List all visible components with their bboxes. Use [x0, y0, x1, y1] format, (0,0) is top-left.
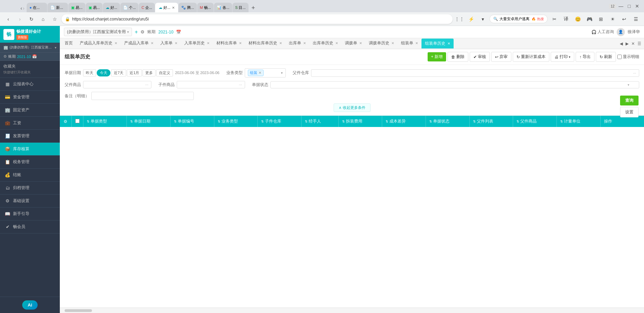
emoji-btn[interactable]: 😊	[573, 14, 582, 24]
browser-tab-1[interactable]: ●在...	[27, 3, 47, 12]
sidebar-item-tax[interactable]: 📋 税务管理	[0, 156, 60, 169]
nav-refresh[interactable]: ↻	[27, 14, 36, 24]
close-out-hist[interactable]: ✕	[335, 41, 338, 45]
export-btn[interactable]: ↑ 导出	[576, 52, 594, 62]
close-mat-out[interactable]: ✕	[239, 41, 242, 45]
order-status-select[interactable]: ▾	[270, 81, 639, 88]
th-order-type[interactable]: ⇅单据类型	[83, 116, 127, 127]
sidebar-item-member[interactable]: ✔ 畅会员	[0, 220, 60, 233]
browser-tab-12[interactable]: S目...	[232, 3, 249, 12]
sidebar-item-settings[interactable]: ⚙ 基础设置	[0, 195, 60, 208]
tab-out[interactable]: 出库单 ✕	[285, 38, 309, 49]
tab-close-all-btn[interactable]: ✕	[630, 40, 636, 47]
close-group-hist[interactable]: ✕	[447, 42, 450, 45]
child-goods-more[interactable]: ···	[239, 83, 242, 87]
delete-btn[interactable]: 🗑 删除	[447, 52, 468, 62]
ai-button-area[interactable]: Ai	[0, 297, 60, 313]
close-mat-out-hist[interactable]: ✕	[279, 41, 282, 45]
period-display[interactable]: ⚙ 账期 2021-10 📅	[0, 53, 60, 61]
th-unit[interactable]: ⇅计量单位	[557, 116, 601, 127]
parent-goods-input[interactable]: ···	[83, 81, 151, 88]
sidebar-item-invoice[interactable]: 🧾 发票管理	[0, 130, 60, 143]
browser-tab-5[interactable]: ☁好...	[103, 3, 120, 12]
browser-tab-4[interactable]: ▣易...	[86, 3, 103, 12]
calendar-top-icon[interactable]: 📅	[176, 30, 181, 34]
refresh-btn[interactable]: ↻ 刷新	[596, 52, 616, 62]
close-assemble[interactable]: ✕	[359, 41, 362, 45]
forward-btn[interactable]: ›	[23, 5, 25, 11]
th-order-date[interactable]: ⇅单据日期	[127, 116, 171, 127]
add-company-btn[interactable]: +	[135, 29, 138, 35]
date-today[interactable]: 今天	[97, 69, 110, 76]
biz-type-input[interactable]: 组装 ✕ ▾	[245, 68, 286, 77]
parent-goods-more[interactable]: ···	[145, 83, 148, 87]
sidebar-item-guide[interactable]: 📖 新手引导	[0, 208, 60, 220]
recalc-btn[interactable]: ↻ 重新计算成本	[513, 52, 549, 62]
sidebar-item-cloud-report[interactable]: ▦ 云报表中心	[0, 78, 60, 91]
close-out[interactable]: ✕	[303, 41, 306, 45]
date-more[interactable]: 更多	[143, 69, 156, 76]
print-btn[interactable]: 🖨 打印 ▾	[551, 52, 574, 62]
scissors-btn[interactable]: ✂	[550, 14, 559, 24]
back-btn[interactable]: ‹	[21, 5, 22, 11]
th-settings[interactable]: ⚙	[60, 116, 71, 127]
company-selector[interactable]: 🏢 (勿删勿禁用）江西服宝测试专用 ▾	[0, 43, 60, 53]
child-goods-input[interactable]: ···	[177, 81, 245, 88]
tab-assemble[interactable]: 调拨单 ✕	[341, 38, 365, 49]
browser-tab-11[interactable]: 📊各...	[214, 3, 232, 12]
scroll-thumb[interactable]	[65, 309, 92, 312]
menu-btn[interactable]: ☰	[631, 14, 641, 24]
settings-top-btn[interactable]: ⚙	[140, 29, 145, 34]
th-handler[interactable]: ⇅经手人	[301, 116, 339, 127]
th-biz-type[interactable]: ⇅业务类型	[214, 116, 258, 127]
tab-assemble-hist[interactable]: 调拨单历史 ✕	[365, 38, 398, 49]
search-bar[interactable]: 🔍 大量安卓用户逃离 🔥 热搜	[489, 15, 548, 23]
tab-in-order[interactable]: 入库单 ✕	[157, 38, 181, 49]
date-custom[interactable]: 自定义	[156, 69, 173, 76]
sidebar-item-inventory[interactable]: 📦 库存核算	[0, 143, 60, 156]
horizontal-scrollbar[interactable]	[60, 308, 644, 313]
close-prod-in[interactable]: ✕	[151, 41, 153, 45]
close-prod-in-hist[interactable]: ✕	[115, 41, 117, 45]
th-parent-list[interactable]: ⇅父件列表	[469, 116, 513, 127]
company-display[interactable]: (勿删勿禁用）江西服宝测试专用 ▾	[64, 28, 132, 36]
grid-btn[interactable]: ⊞	[596, 14, 606, 24]
tab-in-hist[interactable]: 入库单历史 ✕	[181, 38, 213, 49]
browser-tab-8-active[interactable]: ☁好... ✕	[155, 3, 178, 12]
close-group[interactable]: ✕	[415, 41, 418, 45]
sidebar-item-fixed-assets[interactable]: 🏢 固定资产	[0, 104, 60, 117]
translate-btn[interactable]: 译	[561, 14, 571, 24]
th-child-warehouse[interactable]: ⇅子件仓库	[258, 116, 301, 127]
brightness-btn[interactable]: ☀	[608, 14, 617, 24]
display-detail-checkbox[interactable]	[617, 55, 622, 59]
new-tab-btn[interactable]: +	[249, 4, 258, 12]
apps-btn[interactable]: ⋮⋮	[455, 14, 464, 24]
th-parent-goods[interactable]: ⇅父件商品	[513, 116, 557, 127]
maximize-btn[interactable]: □	[626, 3, 633, 9]
query-btn[interactable]: 查询	[620, 96, 639, 105]
tab-close-8[interactable]: ✕	[172, 6, 175, 10]
browser-tab-9[interactable]: 🐾腾...	[178, 3, 197, 12]
sidebar-item-archive[interactable]: 🗂 归档管理	[0, 182, 60, 195]
th-cost-diff[interactable]: ⇅成本差异	[382, 116, 426, 127]
tab-prod-in[interactable]: 产成品入库单 ✕	[121, 38, 157, 49]
tab-prev-btn[interactable]: ◀	[618, 40, 624, 47]
browser-tab-10[interactable]: M畅...	[197, 3, 214, 12]
sidebar-item-fund[interactable]: 💳 资金管理	[0, 91, 60, 104]
nav-dropdown[interactable]: ▾	[478, 14, 487, 24]
date-week[interactable]: 近7天	[111, 69, 126, 76]
browser-tab-6[interactable]: 📄个...	[120, 3, 138, 12]
th-order-no[interactable]: ⇅单据编号	[170, 116, 214, 127]
close-browser-btn[interactable]: ✕	[633, 3, 641, 9]
nav-forward[interactable]: ›	[15, 14, 25, 24]
select-all-checkbox[interactable]	[75, 119, 80, 123]
th-checkbox[interactable]	[71, 116, 83, 127]
browser-tab-7[interactable]: C企...	[139, 3, 155, 12]
tab-group[interactable]: 组装单 ✕	[398, 38, 421, 49]
tab-next-btn[interactable]: ▶	[624, 40, 630, 47]
address-bar[interactable]: 🔒 https://cloud.chanjet.com/accounting/u…	[62, 14, 453, 24]
tab-menu-btn[interactable]: ☰	[636, 40, 643, 47]
browser-tab-3[interactable]: ▣易...	[68, 3, 85, 12]
date-month[interactable]: 近1月	[127, 69, 142, 76]
extensions-btn[interactable]: ⚡	[466, 14, 476, 24]
